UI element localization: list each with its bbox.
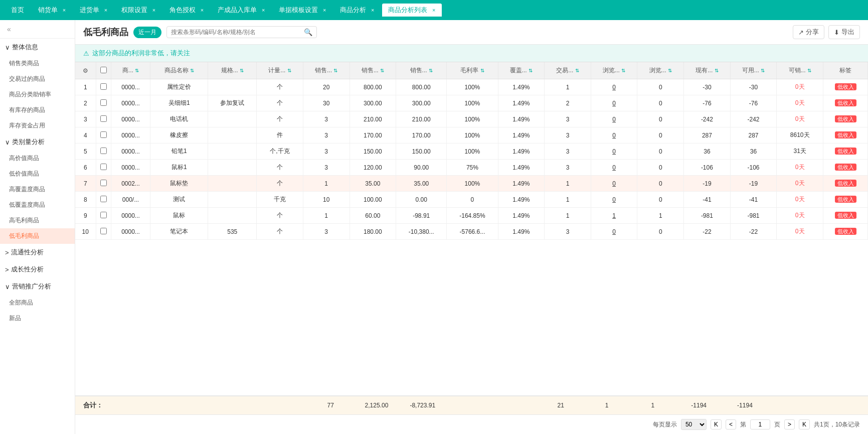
- row-checkbox-10[interactable]: [96, 224, 111, 240]
- col-sales-amount[interactable]: 销售... ⇅: [350, 62, 396, 79]
- sidebar-item-high-coverage[interactable]: 高覆盖度商品: [0, 182, 75, 197]
- row-checkbox-7[interactable]: [96, 176, 111, 192]
- nav-item-template[interactable]: 单据模板设置 ×: [273, 4, 332, 17]
- data-table-container[interactable]: ⚙ 商... ⇅ 商品名称 ⇅ 规格... ⇅ 计量... ⇅ 销售... ⇅ …: [75, 62, 868, 395]
- sidebar-item-low-margin[interactable]: 低毛利商品: [0, 228, 75, 244]
- page-size-select[interactable]: 50 100 200: [681, 419, 707, 430]
- row-checkbox-5[interactable]: [96, 143, 111, 160]
- nav-item-product-entry[interactable]: 产成品入库单 ×: [212, 4, 271, 17]
- row-name-8: 测试: [150, 192, 208, 208]
- row-views1-6[interactable]: 0: [591, 160, 637, 176]
- share-button[interactable]: ↗ 分享: [793, 25, 824, 39]
- col-checkbox[interactable]: [96, 62, 111, 79]
- sidebar-item-sales-goods[interactable]: 销售类商品: [0, 56, 75, 71]
- row-sales-amount-5: 150.00: [350, 143, 396, 160]
- search-input[interactable]: [171, 29, 304, 36]
- sidebar-item-traded-goods[interactable]: 交易过的商品: [0, 71, 75, 87]
- close-permission-icon[interactable]: ×: [152, 7, 155, 13]
- row-views1-8[interactable]: 0: [591, 192, 637, 208]
- col-gross-margin[interactable]: 毛利率 ⇅: [447, 62, 498, 79]
- col-settings[interactable]: ⚙: [75, 62, 96, 79]
- col-views2[interactable]: 浏览... ⇅: [637, 62, 684, 79]
- col-name[interactable]: 商品名称 ⇅: [150, 62, 208, 79]
- close-product-analysis-icon[interactable]: ×: [371, 7, 374, 13]
- sidebar-item-new-goods[interactable]: 新品: [0, 311, 75, 326]
- row-current-stock-3: -242: [684, 111, 731, 127]
- row-views1-3[interactable]: 0: [591, 111, 637, 127]
- row-transaction-4: 3: [545, 127, 591, 143]
- page-number-input[interactable]: [750, 419, 770, 429]
- close-role-icon[interactable]: ×: [201, 7, 204, 13]
- col-tag[interactable]: 标签: [823, 62, 868, 79]
- row-code-4: 0000...: [111, 127, 150, 143]
- last-page-btn[interactable]: K: [799, 419, 810, 429]
- row-views1-10[interactable]: 0: [591, 224, 637, 240]
- col-transaction[interactable]: 交易... ⇅: [545, 62, 591, 79]
- sidebar-group-flow[interactable]: > 流通性分析: [0, 244, 75, 261]
- row-checkbox-4[interactable]: [96, 127, 111, 143]
- row-views1-7[interactable]: 0: [591, 176, 637, 192]
- col-current-stock[interactable]: 现有... ⇅: [684, 62, 731, 79]
- row-transaction-2: 2: [545, 95, 591, 111]
- col-sellable[interactable]: 可销... ⇅: [777, 62, 823, 79]
- col-sales-qty[interactable]: 销售... ⇅: [303, 62, 350, 79]
- close-analysis-list-icon[interactable]: ×: [432, 7, 435, 13]
- row-views1-1[interactable]: 0: [591, 79, 637, 95]
- row-views1-4[interactable]: 0: [591, 127, 637, 143]
- row-sales-amount-4: 170.00: [350, 127, 396, 143]
- first-page-btn[interactable]: K: [711, 419, 722, 429]
- export-button[interactable]: ⬇ 导出: [828, 25, 860, 39]
- close-template-icon[interactable]: ×: [323, 7, 326, 13]
- row-views1-9[interactable]: 1: [591, 208, 637, 224]
- row-checkbox-1[interactable]: [96, 79, 111, 95]
- col-unit[interactable]: 计量... ⇅: [257, 62, 303, 79]
- sidebar-item-category-rate[interactable]: 商品分类助销率: [0, 87, 75, 102]
- row-sales-profit-2: 300.00: [396, 95, 447, 111]
- sidebar-item-in-stock[interactable]: 有库存的商品: [0, 102, 75, 118]
- col-available[interactable]: 可用... ⇅: [730, 62, 777, 79]
- time-filter-btn[interactable]: 近一月: [133, 27, 161, 38]
- nav-item-product-analysis[interactable]: 商品分析 ×: [334, 4, 380, 17]
- sidebar-item-low-value[interactable]: 低价值商品: [0, 166, 75, 182]
- sidebar-item-stock-capital[interactable]: 库存资金占用: [0, 118, 75, 133]
- close-product-entry-icon[interactable]: ×: [262, 7, 265, 13]
- nav-item-permission[interactable]: 权限设置 ×: [115, 4, 161, 17]
- row-checkbox-9[interactable]: [96, 208, 111, 224]
- prev-page-btn[interactable]: <: [726, 419, 736, 429]
- sidebar-group-growth[interactable]: > 成长性分析: [0, 261, 75, 278]
- nav-item-purchase[interactable]: 进货单 ×: [74, 4, 113, 17]
- col-sales-profit[interactable]: 销售... ⇅: [396, 62, 447, 79]
- row-views1-2[interactable]: 0: [591, 95, 637, 111]
- col-spec[interactable]: 规格... ⇅: [208, 62, 257, 79]
- nav-item-role[interactable]: 角色授权 ×: [163, 4, 210, 17]
- nav-item-analysis-list[interactable]: 商品分析列表 ×: [382, 4, 441, 17]
- row-name-6: 鼠标1: [150, 160, 208, 176]
- table-row: 9 0000... 鼠标 个 1 60.00 -98.91 -164.85% 1…: [75, 208, 868, 224]
- search-icon[interactable]: 🔍: [304, 28, 312, 36]
- sidebar-group-marketing[interactable]: ∨ 营销推广分析: [0, 278, 75, 295]
- close-sales-icon[interactable]: ×: [63, 7, 66, 13]
- row-checkbox-8[interactable]: [96, 192, 111, 208]
- row-coverage-3: 1.49%: [498, 111, 545, 127]
- row-sellable-9: 0天: [777, 208, 823, 224]
- nav-item-sales[interactable]: 销货单 ×: [32, 4, 72, 17]
- next-page-btn[interactable]: >: [784, 419, 795, 429]
- col-views1[interactable]: 浏览... ⇅: [591, 62, 637, 79]
- nav-item-home[interactable]: 首页: [5, 4, 30, 17]
- sidebar-item-all-goods[interactable]: 全部商品: [0, 295, 75, 311]
- row-checkbox-3[interactable]: [96, 111, 111, 127]
- select-all-checkbox[interactable]: [100, 67, 107, 73]
- sidebar-item-low-coverage[interactable]: 低覆盖度商品: [0, 197, 75, 213]
- sidebar-group-category[interactable]: ∨ 类别量分析: [0, 133, 75, 151]
- row-checkbox-2[interactable]: [96, 95, 111, 111]
- row-checkbox-6[interactable]: [96, 160, 111, 176]
- col-code[interactable]: 商... ⇅: [111, 62, 150, 79]
- sidebar-item-high-value[interactable]: 高价值商品: [0, 151, 75, 166]
- page-size-label: 每页显示: [653, 420, 677, 429]
- sidebar-collapse-btn[interactable]: «: [5, 23, 13, 35]
- col-coverage[interactable]: 覆盖... ⇅: [498, 62, 545, 79]
- sidebar-item-high-margin[interactable]: 高毛利商品: [0, 213, 75, 228]
- sidebar-group-overall[interactable]: ∨ 整体信息: [0, 39, 75, 56]
- row-views1-5[interactable]: 0: [591, 143, 637, 160]
- close-purchase-icon[interactable]: ×: [104, 7, 107, 13]
